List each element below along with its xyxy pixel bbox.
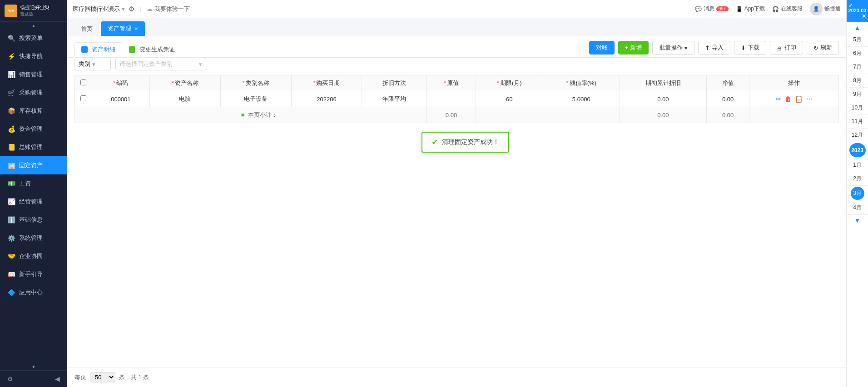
- col-period: *期限(月): [476, 75, 543, 91]
- cell-name: 电脑: [149, 91, 220, 107]
- batch-ops-dropdown-icon: ▾: [684, 45, 688, 51]
- tab-close-icon[interactable]: ✕: [134, 26, 138, 32]
- sidebar-scroll: 🔍 搜索菜单 ⚡ 快捷导航 📊 销售管理 🛒 采购管理 📦 库存核算 💰 资金管…: [0, 29, 67, 363]
- app-download-btn[interactable]: 📱 App下载: [736, 5, 765, 13]
- notifications-btn[interactable]: 💬 消息 99+: [695, 5, 729, 13]
- inventory-icon: 📦: [7, 107, 15, 115]
- add-new-button[interactable]: + 新增: [618, 41, 649, 55]
- cal-down-nav[interactable]: ▼: [847, 215, 868, 226]
- sidebar-item-funds[interactable]: 💰 资金管理: [0, 120, 67, 138]
- cal-month-7[interactable]: 7月: [847, 60, 868, 74]
- row-checkbox[interactable]: [75, 91, 92, 107]
- sidebar-header: AtA 畅捷通好业财 普及版: [0, 0, 67, 22]
- toast-check-icon: ✔: [432, 137, 438, 147]
- success-toast: ✔ 清理固定资产成功！: [422, 132, 509, 153]
- sidebar-item-guide[interactable]: 📖 新手引导: [0, 265, 67, 283]
- right-calendar: ⤢ 2023.03 ✕ ▲ 5月 6月 7月 8月 9月 10月 11月 12月…: [846, 0, 868, 387]
- refresh-button[interactable]: ↻ 刷新: [807, 41, 839, 55]
- cell-actions: ✏ 🗑 📋 ⋯: [749, 91, 839, 107]
- cal-expand-icon[interactable]: ⤢: [848, 3, 852, 8]
- topbar-right: 💬 消息 99+ 📱 App下载 🎧 在线客服 👤 畅捷通: [695, 3, 841, 15]
- sidebar-logo-text: 畅捷通好业财 普及版: [20, 4, 50, 17]
- print-button[interactable]: 🖨 打印: [770, 41, 803, 55]
- edit-icon[interactable]: ✏: [776, 95, 781, 103]
- cal-month-2[interactable]: 2月: [847, 172, 868, 186]
- cal-close-icon[interactable]: ✕: [862, 13, 866, 20]
- sidebar-item-quick-nav[interactable]: ⚡ 快捷导航: [0, 47, 67, 65]
- company-selector[interactable]: 医疗器械行业演示 ▾: [73, 5, 125, 13]
- table-wrap: *编码 *资产名称 *类别名称 *购买日期 折旧方法 *原值 *期限(月) *残…: [67, 75, 846, 367]
- cal-month-4[interactable]: 4月: [847, 201, 868, 215]
- asset-category-select[interactable]: 请选择固定资产类别 ▾: [115, 58, 206, 70]
- cal-month-11[interactable]: 11月: [847, 115, 868, 129]
- cal-year-2023[interactable]: 2023: [849, 143, 866, 158]
- sidebar-item-sales[interactable]: 📊 销售管理: [0, 65, 67, 84]
- reconcile-button[interactable]: 对账: [589, 41, 615, 55]
- settings-bottom-icon[interactable]: ⚙: [7, 375, 13, 382]
- sidebar-item-search[interactable]: 🔍 搜索菜单: [0, 29, 67, 47]
- cal-month-3-current[interactable]: 3月: [851, 187, 864, 200]
- more-icon[interactable]: ⋯: [806, 95, 813, 103]
- info-icon: ℹ️: [7, 216, 15, 224]
- print-icon: 🖨: [777, 45, 783, 51]
- per-page-select[interactable]: 10 20 50 100: [90, 372, 115, 382]
- subtab-asset-detail[interactable]: 资产明细: [74, 42, 122, 57]
- main-area: 医疗器械行业演示 ▾ ⚙ | ☁ 我要体验一下 💬 消息 99+ 📱 App下载…: [67, 0, 846, 387]
- guide-icon: 📖: [7, 270, 15, 278]
- cal-month-12[interactable]: 12月: [847, 129, 868, 142]
- category-filter[interactable]: 类别 ▾: [74, 58, 111, 70]
- ledger-icon: 📒: [7, 143, 15, 151]
- copy-icon[interactable]: 📋: [795, 95, 803, 103]
- col-purchase-date: *购买日期: [291, 75, 362, 91]
- sidebar-item-payroll[interactable]: 💵 工资: [0, 174, 67, 193]
- subtotal-initial: 0.00: [620, 107, 706, 123]
- sidebar-item-purchase[interactable]: 🛒 采购管理: [0, 84, 67, 102]
- batch-ops-button[interactable]: 批量操作 ▾: [652, 41, 694, 55]
- subtotal-empty-check: [75, 107, 92, 123]
- filter-bar: 类别 ▾ 请选择固定资产类别 ▾: [67, 58, 846, 75]
- download-button[interactable]: ⬇ 下载: [734, 41, 766, 55]
- sidebar-item-inventory[interactable]: 📦 库存核算: [0, 102, 67, 120]
- sidebar-scroll-up[interactable]: ▲: [0, 22, 67, 29]
- cal-month-1[interactable]: 1月: [847, 159, 868, 172]
- settings-icon[interactable]: ⚙: [129, 5, 134, 13]
- col-net-value: 净值: [706, 75, 749, 91]
- cal-up-nav[interactable]: ▲: [847, 22, 868, 33]
- sidebar-item-basic-info[interactable]: ℹ️ 基础信息: [0, 211, 67, 229]
- select-all-checkbox[interactable]: [80, 79, 86, 85]
- user-menu[interactable]: 👤 畅捷通: [810, 3, 841, 15]
- tab-home[interactable]: 首页: [74, 22, 99, 36]
- cal-month-8[interactable]: 8月: [847, 74, 868, 88]
- asset-detail-icon: [81, 46, 88, 53]
- col-depreciation: 折旧方法: [362, 75, 427, 91]
- sidebar-item-operations[interactable]: 📈 经营管理: [0, 193, 67, 211]
- sidebar-item-system[interactable]: ⚙️ 系统管理: [0, 229, 67, 247]
- table-checkbox-header[interactable]: [75, 75, 92, 91]
- pagination: 每页 10 20 50 100 条，共 1 条: [67, 367, 846, 387]
- experience-btn[interactable]: ☁ 我要体验一下: [147, 5, 190, 13]
- purchase-icon: 🛒: [7, 89, 15, 97]
- subtotal-label-cell: ■ 本页小计：: [92, 107, 427, 123]
- import-button[interactable]: ⬆ 导入: [698, 41, 730, 55]
- toolbar: 对账 + 新增 批量操作 ▾ ⬆ 导入 ⬇ 下载 🖨 打印: [589, 41, 839, 57]
- sidebar-item-ledger[interactable]: 📒 总账管理: [0, 138, 67, 156]
- delete-icon[interactable]: 🗑: [785, 95, 791, 103]
- avatar: 👤: [810, 3, 823, 15]
- collapse-icon[interactable]: ◀: [55, 375, 60, 382]
- cloud-icon: ☁: [147, 5, 153, 12]
- sidebar-item-cooperation[interactable]: 🤝 企业协同: [0, 247, 67, 265]
- sidebar-scroll-down[interactable]: ▼: [0, 363, 67, 370]
- tab-asset-management[interactable]: 资产管理 ✕: [101, 21, 145, 36]
- topbar: 医疗器械行业演示 ▾ ⚙ | ☁ 我要体验一下 💬 消息 99+ 📱 App下载…: [67, 0, 846, 18]
- sidebar-item-app-center[interactable]: 🔷 应用中心: [0, 283, 67, 302]
- cal-month-9[interactable]: 9月: [847, 88, 868, 101]
- subtab-change-voucher[interactable]: 变更生成凭证: [122, 42, 182, 56]
- cell-period: 60: [476, 91, 543, 107]
- online-service-btn[interactable]: 🎧 在线客服: [772, 5, 803, 13]
- sidebar-item-fixed-assets[interactable]: 🏢 固定资产: [0, 156, 67, 174]
- col-name: *资产名称: [149, 75, 220, 91]
- cal-month-10[interactable]: 10月: [847, 101, 868, 115]
- cal-month-5[interactable]: 5月: [847, 33, 868, 47]
- cal-month-6[interactable]: 6月: [847, 47, 868, 60]
- funds-icon: 💰: [7, 125, 15, 133]
